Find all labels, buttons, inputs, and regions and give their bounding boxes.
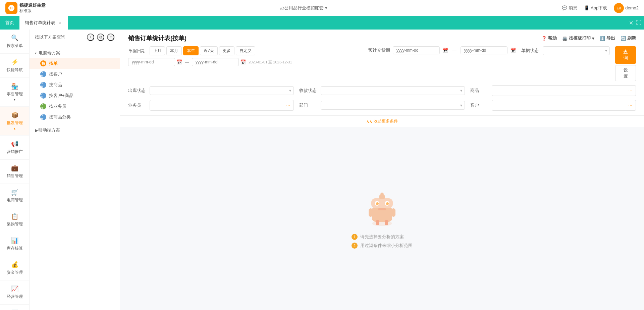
filter-row-2: 出库状态 收款状态 (128, 85, 636, 96)
print-btn[interactable]: 🖨️ 按模板打印 ▾ (562, 35, 594, 41)
scheme-item-by-goods[interactable]: 按商 按商品 (30, 80, 120, 90)
expected-end-icon[interactable]: 📅 (510, 48, 516, 53)
wholesale-icon: 📦 (3, 111, 26, 119)
scheme-item-by-order[interactable]: 按 按单 (30, 58, 120, 69)
refresh-icon: 🔄 (621, 36, 626, 41)
date-btn-custom[interactable]: 自定义 (236, 46, 255, 55)
tab-close-btn[interactable]: × (57, 20, 63, 25)
sidebar-item-inventory[interactable]: 📊 库存核算 (0, 232, 29, 256)
expected-start-input[interactable] (393, 46, 440, 54)
app-download-btn[interactable]: 📱 App下载 (584, 5, 607, 11)
top-bar-left: 畅捷通好生意 标准版 (5, 2, 46, 14)
help-icon: ❓ (541, 36, 547, 41)
expected-separator: — (451, 48, 458, 53)
sidebar-item-sales[interactable]: 💼 销售管理 (0, 160, 29, 184)
inventory-icon: 📊 (3, 237, 26, 244)
logo-version: 标准版 (19, 8, 46, 14)
date-separator: — (183, 60, 191, 65)
salesperson-label: 业务员 (128, 102, 147, 108)
empty-tip-1: 1 请先选择要分析的方案 (352, 234, 413, 240)
empty-tips: 1 请先选择要分析的方案 2 用过滤条件来缩小分析范围 (352, 234, 413, 249)
tab-home-label: 首页 (5, 20, 14, 26)
scheme-collapse-btn[interactable]: « (107, 34, 114, 41)
mobile-scheme-group-header[interactable]: ▶ 移动端方案 (30, 125, 120, 135)
goods-more-btn[interactable]: ··· (628, 88, 632, 93)
date-range-group: 📅 — 📅 (128, 58, 246, 66)
enterprise-selector[interactable]: 办公用品行业模拟账套 ▾ (280, 5, 327, 11)
expected-start-icon[interactable]: 📅 (442, 48, 448, 53)
sidebar-item-finance[interactable]: 💰 资金管理 (0, 256, 29, 280)
collapse-bar[interactable]: ∧∧ 收起更多条件 (120, 115, 644, 127)
date-btn-more[interactable]: 更多 (219, 46, 234, 55)
tab-expand-btn[interactable]: ⛶ (636, 20, 641, 26)
mobile-group-label: 移动端方案 (38, 127, 60, 133)
query-btn[interactable]: 查询 (615, 46, 636, 64)
empty-svg (362, 188, 402, 228)
right-panel: 销售订单统计表(按单) ❓ 帮助 🖨️ 按模板打印 ▾ ⬇️ (120, 30, 644, 310)
scheme-item-by-cust-goods[interactable]: 按客 按客户+商品 (30, 90, 120, 101)
goods-area: 商品 ··· (470, 85, 636, 96)
sales-icon: 💼 (3, 164, 26, 172)
scheme-item-by-customer[interactable]: 按客 按客户 (30, 69, 120, 80)
sidebar-item-basic[interactable]: ℹ️ 基础信息 (0, 305, 29, 310)
refresh-btn[interactable]: 🔄 刷新 (621, 35, 636, 41)
expected-delivery-label: 预计交货期 (368, 47, 390, 53)
doc-state-select-wrap (543, 46, 610, 55)
date-end-icon[interactable]: 📅 (240, 59, 246, 65)
operations-label: 经营管理 (3, 294, 26, 300)
doc-state-label: 单据状态 (521, 48, 540, 54)
date-btn-last7days[interactable]: 近7天 (200, 46, 218, 55)
sidebar-item-operations[interactable]: 📈 经营管理 (0, 280, 29, 305)
page-title: 销售订单统计表(按单) (128, 34, 186, 42)
svg-rect-6 (371, 198, 393, 208)
scheme-label-by-cust-goods: 按客户+商品 (49, 93, 73, 99)
date-start-icon[interactable]: 📅 (176, 59, 182, 65)
expected-end-input[interactable] (461, 46, 507, 54)
date-end-input[interactable] (192, 58, 239, 66)
tab-close-window-btn[interactable]: ✕ (629, 20, 633, 26)
left-panel-title: 按以下方案查询 (35, 34, 65, 40)
date-start-input[interactable] (128, 58, 175, 66)
salesperson-more-btn[interactable]: ··· (286, 103, 290, 108)
print-icon: 🖨️ (562, 36, 568, 41)
sidebar-item-purchase[interactable]: 📋 采购管理 (0, 208, 29, 232)
sidebar-item-wholesale[interactable]: 📦 批发管理 ▴ (0, 107, 29, 136)
date-btn-this-month[interactable]: 本月 (166, 46, 182, 55)
scheme-settings-btn[interactable]: ⚙ (97, 34, 104, 41)
date-btn-last-month[interactable]: 上月 (150, 46, 165, 55)
scheme-item-by-staff[interactable]: 按业 按业务员 (30, 101, 120, 112)
out-state-select[interactable] (150, 86, 294, 95)
message-label: 消息 (569, 5, 577, 11)
sidebar-item-search-menu[interactable]: 🔍 搜索菜单 (0, 30, 29, 54)
sidebar-item-quick-nav[interactable]: ⚡ 快捷导航 (0, 54, 29, 78)
tip-num-1: 1 (352, 234, 358, 240)
date-btn-this-year[interactable]: 本年 (183, 46, 199, 55)
tab-sales-order[interactable]: 销售订单统计表 × (19, 16, 68, 30)
payment-state-select[interactable] (321, 86, 465, 95)
user-info[interactable]: Ea demo2 (614, 3, 639, 13)
filter-container: 单据日期 上月 本月 本年 近7天 更多 自定义 � (128, 46, 636, 115)
pc-scheme-group-header[interactable]: ▾ 电脑端方案 (30, 48, 120, 58)
department-select-wrap (321, 101, 465, 110)
print-label: 按模板打印 (569, 35, 591, 41)
export-btn[interactable]: ⬇️ 导出 (600, 35, 615, 41)
sidebar-item-marketing[interactable]: 📢 营销推广 (0, 136, 29, 160)
app-download-icon: 📱 (584, 5, 589, 10)
filter-row-1: 单据日期 上月 本月 本年 近7天 更多 自定义 � (128, 46, 636, 81)
scheme-item-by-category[interactable]: 按商 按商品分类 (30, 112, 120, 122)
sidebar-item-ecommerce[interactable]: 🛒 电商管理 (0, 184, 29, 208)
scheme-add-btn[interactable]: + (87, 34, 94, 41)
quick-nav-icon: ⚡ (3, 58, 26, 66)
help-btn[interactable]: ❓ 帮助 (541, 35, 557, 41)
tab-home[interactable]: 首页 (0, 16, 19, 30)
department-select[interactable] (321, 101, 465, 110)
doc-state-select[interactable] (543, 46, 610, 55)
setting-btn[interactable]: 设置 (615, 65, 636, 81)
left-panel-header: 按以下方案查询 + ⚙ « (30, 30, 120, 45)
sidebar-item-retail[interactable]: 🏪 零售管理 ▾ (0, 78, 29, 107)
payment-state-select-wrap (321, 86, 465, 95)
customer-more-btn[interactable]: ··· (628, 103, 632, 108)
finance-label: 资金管理 (3, 270, 26, 275)
department-area: 部门 (299, 101, 465, 110)
message-btn[interactable]: 💬 消息 (562, 5, 577, 11)
